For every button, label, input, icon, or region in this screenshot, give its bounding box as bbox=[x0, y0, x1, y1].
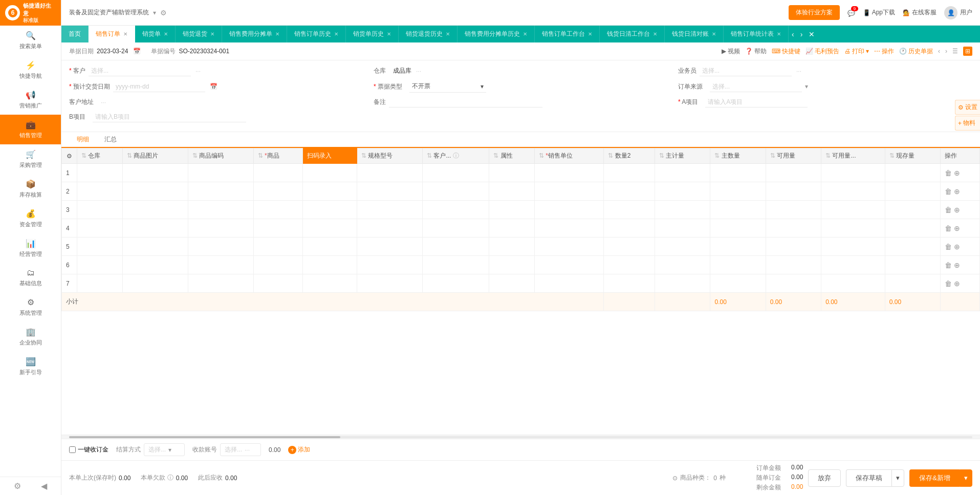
th-image[interactable]: ⇅ 商品图片 bbox=[122, 148, 188, 164]
tab-menu-btn[interactable]: ✕ bbox=[805, 26, 818, 42]
b-project-input[interactable] bbox=[93, 112, 246, 122]
sidebar-item-finance[interactable]: 💰 资金管理 bbox=[0, 204, 61, 233]
tab-workbench[interactable]: 销售订单工作台 ✕ bbox=[535, 26, 600, 42]
row-1-product[interactable] bbox=[253, 164, 302, 182]
row-4-scan[interactable] bbox=[302, 219, 357, 238]
expected-date-input[interactable] bbox=[113, 81, 205, 92]
row-1-unit[interactable] bbox=[534, 164, 604, 182]
row-4-attribute[interactable] bbox=[489, 219, 535, 238]
row-6-customer-code[interactable] bbox=[423, 256, 489, 274]
row-1-attribute[interactable] bbox=[489, 164, 535, 182]
salesperson-dots[interactable]: ··· bbox=[796, 68, 801, 75]
row-7-copy-btn[interactable]: ⊕ bbox=[954, 279, 960, 288]
row-1-spec[interactable] bbox=[357, 164, 423, 182]
sidebar-item-search[interactable]: 🔍 搜索菜单 bbox=[0, 26, 61, 55]
th-attribute[interactable]: ⇅ 属性 bbox=[489, 148, 535, 164]
row-5-customer-code[interactable] bbox=[423, 238, 489, 256]
sidebar-item-enterprise[interactable]: 🏢 企业协同 bbox=[0, 322, 61, 352]
th-available[interactable]: ⇅ 可用量 bbox=[766, 148, 821, 164]
row-3-attribute[interactable] bbox=[489, 201, 535, 219]
tab-close-workbench[interactable]: ✕ bbox=[588, 31, 592, 37]
tab-expense[interactable]: 销售费用分摊单 ✕ bbox=[222, 26, 287, 42]
remarks-input[interactable] bbox=[389, 97, 542, 107]
row-6-main-unit[interactable] bbox=[655, 256, 710, 274]
customer-input[interactable] bbox=[89, 66, 191, 76]
row-3-warehouse[interactable] bbox=[77, 201, 123, 219]
row-5-spec[interactable] bbox=[357, 238, 423, 256]
row-2-warehouse[interactable] bbox=[77, 182, 123, 201]
row-3-current-qty[interactable] bbox=[885, 201, 940, 219]
row-6-main-qty[interactable] bbox=[710, 256, 766, 274]
account-dots[interactable]: ··· bbox=[245, 446, 250, 454]
sidebar-item-basic[interactable]: 🗂 基础信息 bbox=[0, 263, 61, 292]
row-2-customer-code[interactable] bbox=[423, 182, 489, 201]
tab-daily[interactable]: 钱货日清工作台 ✕ bbox=[600, 26, 665, 42]
tab-sales-order[interactable]: 销售订单 ✕ bbox=[89, 26, 135, 42]
row-7-available[interactable] bbox=[766, 274, 821, 293]
shortcut-action[interactable]: ⌨ 快捷键 bbox=[772, 47, 800, 56]
view-toggle-list[interactable]: ☰ bbox=[952, 48, 958, 55]
row-2-qty2[interactable] bbox=[604, 182, 655, 201]
row-7-attribute[interactable] bbox=[489, 274, 535, 293]
th-product[interactable]: ⇅ *商品 bbox=[253, 148, 302, 164]
row-1-code[interactable] bbox=[188, 164, 253, 182]
sidebar-item-inventory[interactable]: 📦 库存核算 bbox=[0, 174, 61, 204]
row-1-main-qty[interactable] bbox=[710, 164, 766, 182]
payment-method-select[interactable]: 选择... ▾ bbox=[144, 443, 185, 456]
row-4-product[interactable] bbox=[253, 219, 302, 238]
tab-close-expense-history[interactable]: ✕ bbox=[523, 31, 527, 37]
row-7-qty2[interactable] bbox=[604, 274, 655, 293]
save-new-dropdown[interactable]: ▾ bbox=[960, 469, 972, 487]
row-1-main-unit[interactable] bbox=[655, 164, 710, 182]
th-main-unit[interactable]: ⇅ 主计量 bbox=[655, 148, 710, 164]
tab-close-sales-history[interactable]: ✕ bbox=[387, 31, 391, 37]
row-4-main-unit[interactable] bbox=[655, 219, 710, 238]
row-7-delete-btn[interactable]: 🗑 bbox=[945, 279, 952, 288]
sidebar-item-sales[interactable]: 💼 销售管理 bbox=[0, 115, 61, 144]
calendar-icon[interactable]: 📅 bbox=[133, 48, 141, 55]
row-6-delete-btn[interactable]: 🗑 bbox=[945, 261, 952, 269]
row-2-image[interactable] bbox=[122, 182, 188, 201]
row-5-warehouse[interactable] bbox=[77, 238, 123, 256]
solution-button[interactable]: 体验行业方案 bbox=[789, 5, 840, 20]
row-5-product[interactable] bbox=[253, 238, 302, 256]
nav-next-icon[interactable]: › bbox=[945, 48, 947, 55]
row-3-code[interactable] bbox=[188, 201, 253, 219]
app-download[interactable]: 📱 App下载 bbox=[863, 8, 895, 17]
row-5-code[interactable] bbox=[188, 238, 253, 256]
row-5-copy-btn[interactable]: ⊕ bbox=[954, 243, 960, 251]
row-2-code[interactable] bbox=[188, 182, 253, 201]
tab-close-daily[interactable]: ✕ bbox=[653, 31, 657, 37]
row-6-attribute[interactable] bbox=[489, 256, 535, 274]
tab-sales-history[interactable]: 销货单历史 ✕ bbox=[346, 26, 399, 42]
row-4-code[interactable] bbox=[188, 219, 253, 238]
tab-return-history[interactable]: 销货退货历史 ✕ bbox=[399, 26, 458, 42]
row-1-image[interactable] bbox=[122, 164, 188, 182]
horizontal-scrollbar[interactable] bbox=[61, 435, 980, 439]
warehouse-dots[interactable]: ··· bbox=[416, 68, 421, 75]
row-6-current-qty[interactable] bbox=[885, 256, 940, 274]
row-7-code[interactable] bbox=[188, 274, 253, 293]
row-4-current-qty[interactable] bbox=[885, 219, 940, 238]
tab-stats[interactable]: 销售订单统计表 ✕ bbox=[724, 26, 789, 42]
row-4-warehouse[interactable] bbox=[77, 219, 123, 238]
row-4-delete-btn[interactable]: 🗑 bbox=[945, 224, 952, 232]
th-code[interactable]: ⇅ 商品编码 bbox=[188, 148, 253, 164]
row-7-current-qty[interactable] bbox=[885, 274, 940, 293]
row-6-product[interactable] bbox=[253, 256, 302, 274]
scrollbar-thumb[interactable] bbox=[69, 436, 340, 438]
address-dots[interactable]: ··· bbox=[101, 99, 106, 106]
row-3-spec[interactable] bbox=[357, 201, 423, 219]
row-3-main-unit[interactable] bbox=[655, 201, 710, 219]
row-2-attribute[interactable] bbox=[489, 182, 535, 201]
notification-icon[interactable]: 💬 9 bbox=[847, 8, 855, 17]
row-3-image[interactable] bbox=[122, 201, 188, 219]
row-5-attribute[interactable] bbox=[489, 238, 535, 256]
tab-close-return-history[interactable]: ✕ bbox=[446, 31, 450, 37]
row-6-copy-btn[interactable]: ⊕ bbox=[954, 261, 960, 269]
th-main-qty[interactable]: ⇅ 主数量 bbox=[710, 148, 766, 164]
tab-close-sales-order[interactable]: ✕ bbox=[123, 31, 127, 37]
row-3-unit[interactable] bbox=[534, 201, 604, 219]
row-4-main-qty[interactable] bbox=[710, 219, 766, 238]
row-5-main-qty[interactable] bbox=[710, 238, 766, 256]
